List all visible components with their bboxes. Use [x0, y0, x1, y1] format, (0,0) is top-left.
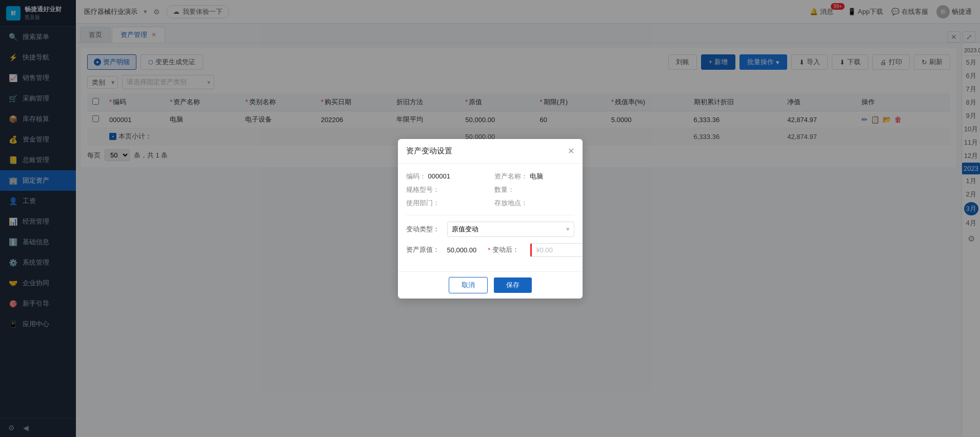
after-value-label: 变动后： — [492, 245, 528, 254]
spec-label: 规格型号： — [406, 185, 439, 194]
modal-divider — [406, 215, 574, 215]
asset-change-modal: 资产变动设置 ✕ 编码： 000001 资产名称： 电脑 规格型号： 数量： — [398, 139, 583, 299]
modal-overlay: 资产变动设置 ✕ 编码： 000001 资产名称： 电脑 规格型号： 数量： — [0, 0, 980, 437]
modal-body: 编码： 000001 资产名称： 电脑 规格型号： 数量： 使用部门： — [398, 164, 583, 271]
modal-field-code: 编码： 000001 — [406, 172, 486, 181]
save-button[interactable]: 保存 — [494, 277, 532, 293]
code-value: 000001 — [428, 172, 450, 180]
asset-name-label: 资产名称： — [494, 172, 528, 181]
modal-field-quantity: 数量： — [494, 185, 574, 194]
change-type-caret-icon: ▾ — [566, 225, 570, 233]
change-type-value: 原值变动 — [452, 225, 478, 234]
asset-name-value: 电脑 — [530, 172, 543, 181]
modal-header: 资产变动设置 ✕ — [398, 139, 583, 164]
cancel-button[interactable]: 取消 — [449, 277, 488, 293]
code-label: 编码： — [406, 172, 426, 181]
required-star: * — [488, 246, 490, 254]
original-value-label: 资产原值： — [406, 245, 442, 254]
modal-field-dept: 使用部门： — [406, 198, 486, 208]
original-value-row: 资产原值： 50,000.00 * 变动后： — [406, 243, 574, 257]
change-type-select[interactable]: 原值变动 ▾ — [447, 222, 574, 237]
dept-label: 使用部门： — [406, 198, 439, 208]
after-value-section: * 变动后： — [488, 243, 582, 257]
modal-field-spec: 规格型号： — [406, 185, 486, 194]
location-label: 存放地点： — [494, 198, 528, 208]
modal-info-grid: 编码： 000001 资产名称： 电脑 规格型号： 数量： 使用部门： — [406, 172, 574, 208]
original-value-display: 50,000.00 — [447, 246, 477, 254]
after-value-input[interactable] — [530, 243, 582, 257]
modal-field-location: 存放地点： — [494, 198, 574, 208]
modal-close-button[interactable]: ✕ — [568, 146, 574, 156]
quantity-label: 数量： — [494, 185, 514, 194]
change-type-label: 变动类型： — [406, 225, 442, 234]
modal-field-asset-name: 资产名称： 电脑 — [494, 172, 574, 181]
change-type-row: 变动类型： 原值变动 ▾ — [406, 222, 574, 237]
modal-title: 资产变动设置 — [406, 146, 452, 156]
modal-footer: 取消 保存 — [398, 271, 583, 299]
